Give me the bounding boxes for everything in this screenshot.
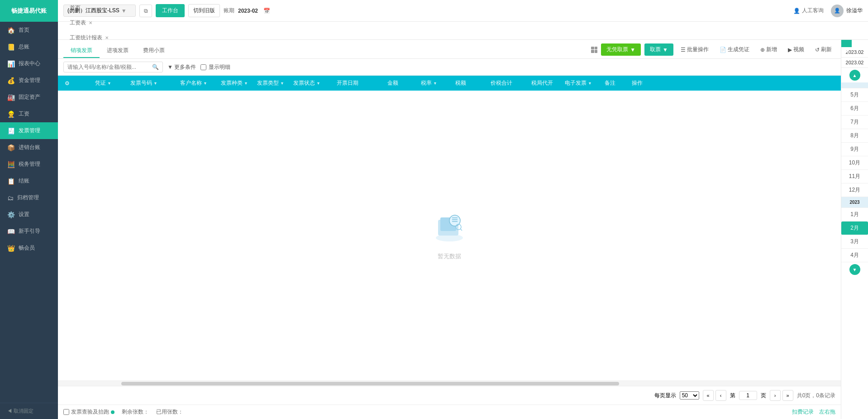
sidebar-item-8[interactable]: 🧮税务管理 [0, 156, 58, 173]
cal-month-6[interactable]: 6月 [841, 102, 868, 116]
invoice-panel: 销项发票进项发票费用小票 无凭取票 ▼ 取票 ▼ ☰ 批量 [58, 40, 841, 419]
sidebar-item-9[interactable]: 📋结账 [0, 173, 58, 189]
cal-month-5[interactable]: 5月 [841, 88, 868, 102]
open-period-btn[interactable]: 开账日期 [841, 40, 852, 47]
empty-icon [431, 211, 467, 247]
tab-0[interactable]: 首页 [63, 0, 115, 15]
sidebar-item-3[interactable]: 💰资金管理 [0, 72, 58, 89]
th-6[interactable]: 发票类型▼ [253, 76, 289, 91]
drag-link[interactable]: 左右拖 [819, 408, 835, 416]
sidebar-collapse-btn[interactable]: ◀ 取消固定 [0, 403, 58, 419]
generate-voucher-btn[interactable]: 📄 生成凭证 [716, 43, 753, 56]
cal-down-btn[interactable]: ▼ [849, 264, 860, 275]
invoice-check-label[interactable]: 发票查验及抬跑 [63, 408, 114, 416]
user-info[interactable]: 👤 徐溢华 [831, 5, 863, 17]
no-voucher-btn[interactable]: 无凭取票 ▼ [601, 43, 641, 56]
calendar-icon[interactable]: 📅 [263, 8, 270, 14]
more-conditions-btn[interactable]: ▼ 更多条件 [167, 63, 196, 71]
cal-month-7[interactable]: 7月 [841, 116, 868, 129]
th-2[interactable]: 凭证▼ [90, 76, 117, 91]
dropdown-icon: ▼ [630, 47, 635, 53]
cal-month-4[interactable]: 4月 [841, 249, 868, 262]
th-7[interactable]: 发票状态▼ [289, 76, 325, 91]
sidebar-item-12[interactable]: 📖新手引导 [0, 223, 58, 240]
app-logo[interactable]: 畅捷通易代账 [0, 0, 58, 22]
service-icon: 👤 [793, 8, 800, 14]
cal-month-1[interactable]: 1月 [841, 208, 868, 222]
grid-view-icon[interactable] [591, 47, 597, 53]
th-14[interactable]: 电子发票▼ [560, 76, 596, 91]
take-dropdown-icon: ▼ [663, 47, 668, 53]
switch-version-button[interactable]: 切到旧版 [188, 4, 220, 17]
cal-month-8[interactable]: 8月 [841, 129, 868, 143]
take-ticket-btn[interactable]: 取票 ▼ [644, 43, 673, 56]
cal-month-2[interactable]: 2月 [841, 222, 868, 235]
th-filter-3[interactable]: ▼ [153, 81, 157, 86]
pagination: 每页显示 50 100 « ‹ 第 页 › » 共0页，0条记录 [58, 386, 841, 405]
sidebar-item-10[interactable]: 🗂归档管理 [0, 189, 58, 206]
scrollbar-thumb[interactable] [121, 382, 619, 385]
subtab-2[interactable]: 费用小票 [136, 44, 172, 58]
th-8: 开票日期 [325, 76, 370, 91]
batch-ops-btn[interactable]: ☰ 批量操作 [677, 43, 712, 56]
sidebar-item-6[interactable]: 🧾发票管理 [0, 122, 58, 139]
avatar: 👤 [831, 5, 844, 17]
page-suffix: 页 [761, 392, 766, 400]
tab-close-1[interactable]: ✕ [89, 20, 92, 25]
cal-date-2[interactable]: 2023.02 [841, 58, 868, 68]
th-filter-2[interactable]: ▼ [107, 81, 111, 86]
search-input[interactable] [67, 64, 150, 70]
th-filter-6[interactable]: ▼ [280, 81, 284, 86]
cal-month-9[interactable]: 9月 [841, 143, 868, 156]
deduction-record-link[interactable]: 扣费记录 [792, 408, 814, 416]
batch-icon: ☰ [681, 47, 686, 53]
th-9: 金额 [370, 76, 415, 91]
cal-month-11[interactable]: 11月 [841, 170, 868, 183]
sidebar-item-13[interactable]: 👑畅会员 [0, 240, 58, 256]
subtab-0[interactable]: 销项发票 [63, 44, 100, 58]
new-icon: ⊕ [760, 47, 765, 53]
page-input[interactable] [739, 391, 757, 400]
th-filter-5[interactable]: ▼ [244, 81, 248, 86]
tab-close-2[interactable]: ✕ [105, 35, 109, 40]
th-5[interactable]: 发票种类▼ [216, 76, 253, 91]
cal-month-12[interactable]: 12月 [841, 183, 868, 197]
cal-up-btn[interactable]: ▲ [849, 70, 860, 81]
per-page-select[interactable]: 50 100 [680, 391, 699, 400]
show-detail-checkbox[interactable]: 显示明细 [200, 63, 230, 71]
service-button[interactable]: 👤 人工客询 [793, 7, 824, 14]
th-filter-7[interactable]: ▼ [316, 81, 320, 86]
last-page-btn[interactable]: » [782, 390, 793, 401]
th-15: 备注 [596, 76, 624, 91]
invoice-check-checkbox[interactable] [63, 409, 69, 415]
page-nav: « ‹ 第 页 › » [703, 390, 793, 401]
horizontal-scrollbar[interactable] [58, 380, 841, 386]
sidebar-item-2[interactable]: 📊报表中心 [0, 55, 58, 72]
workspace-button[interactable]: 工作台 [156, 4, 185, 17]
sidebar-item-5[interactable]: 👷工资 [0, 106, 58, 122]
sidebar-item-4[interactable]: 🏭固定资产 [0, 89, 58, 106]
cal-date-1[interactable]: 2023.02 [841, 47, 868, 58]
subtab-1[interactable]: 进项发票 [100, 44, 136, 58]
sidebar-item-11[interactable]: ⚙️设置 [0, 206, 58, 223]
th-filter-14[interactable]: ▼ [588, 81, 592, 86]
sidebar-item-0[interactable]: 🏠首页 [0, 22, 58, 39]
th-3[interactable]: 发票号码▼ [117, 76, 171, 91]
th-4[interactable]: 客户名称▼ [171, 76, 216, 91]
sidebar-item-7[interactable]: 📦进销台账 [0, 139, 58, 156]
next-page-btn[interactable]: › [770, 390, 781, 401]
prev-page-btn[interactable]: ‹ [715, 390, 726, 401]
sidebar-item-1[interactable]: 📒总账 [0, 39, 58, 55]
video-btn[interactable]: ▶ 视频 [784, 43, 808, 56]
cal-month-10[interactable]: 10月 [841, 156, 868, 170]
filter-bar: 🔍 ▼ 更多条件 显示明细 [58, 59, 841, 76]
cal-month-3[interactable]: 3月 [841, 235, 868, 249]
th-filter-10[interactable]: ▼ [433, 81, 437, 86]
new-btn[interactable]: ⊕ 新增 [757, 43, 781, 56]
refresh-btn[interactable]: ↺ 刷新 [811, 43, 835, 56]
th-10[interactable]: 税率▼ [415, 76, 443, 91]
th-filter-4[interactable]: ▼ [203, 81, 207, 86]
first-page-btn[interactable]: « [703, 390, 714, 401]
tab-1[interactable]: 工资表✕ [63, 15, 115, 30]
copy-button[interactable]: ⧉ [139, 5, 152, 17]
